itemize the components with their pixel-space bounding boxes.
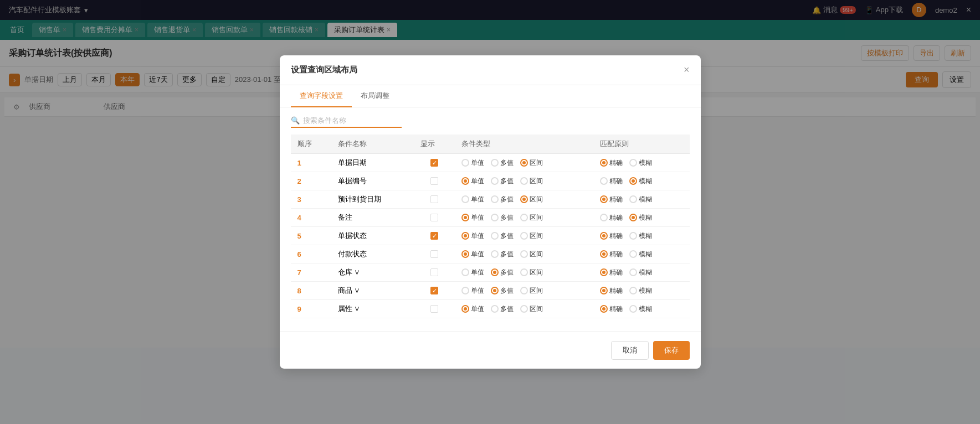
match-radio-精确[interactable]: 精确 — [600, 323, 623, 323]
match-radio-模糊[interactable]: 模糊 — [629, 304, 652, 314]
row-type[interactable]: 单值多值区间 — [455, 209, 594, 227]
row-display[interactable]: ✓ — [414, 154, 454, 172]
display-checkbox[interactable] — [430, 268, 438, 276]
type-radio-区间[interactable]: 区间 — [520, 213, 543, 223]
row-display[interactable]: ✓ — [414, 227, 454, 245]
type-radio-区间[interactable]: 区间 — [520, 177, 543, 186]
type-radio-区间[interactable]: 区间 — [520, 323, 543, 323]
row-type[interactable]: 单值多值区间 — [455, 227, 594, 245]
match-radio-精确[interactable]: 精确 — [600, 250, 623, 259]
type-radio-多值[interactable]: 多值 — [491, 304, 514, 314]
match-radio-精确[interactable]: 精确 — [600, 268, 623, 277]
display-checkbox[interactable] — [430, 250, 438, 258]
type-radio-单值[interactable]: 单值 — [461, 158, 484, 168]
match-radio-精确[interactable]: 精确 — [600, 158, 623, 168]
type-radio-多值[interactable]: 多值 — [491, 250, 514, 259]
table-row: 9属性 ∨单值多值区间精确模糊 — [291, 300, 690, 318]
display-checkbox[interactable] — [430, 214, 438, 221]
type-radio-多值[interactable]: 多值 — [491, 286, 514, 296]
col-type: 条件类型 — [455, 135, 594, 154]
row-match[interactable]: 精确模糊 — [593, 154, 689, 172]
type-radio-多值[interactable]: 多值 — [491, 213, 514, 223]
match-radio-模糊[interactable]: 模糊 — [629, 250, 652, 259]
match-radio-模糊[interactable]: 模糊 — [629, 213, 652, 223]
type-radio-区间[interactable]: 区间 — [520, 250, 543, 259]
row-match[interactable]: 精确模糊 — [593, 318, 689, 323]
row-display[interactable] — [414, 263, 454, 282]
save-button[interactable]: 保存 — [653, 341, 690, 348]
type-radio-单值[interactable]: 单值 — [461, 250, 484, 259]
type-radio-区间[interactable]: 区间 — [520, 195, 543, 204]
type-radio-多值[interactable]: 多值 — [491, 231, 514, 241]
row-match[interactable]: 精确模糊 — [593, 172, 689, 190]
row-type[interactable]: 单值多值区间 — [455, 245, 594, 263]
display-checkbox[interactable]: ✓ — [430, 287, 438, 294]
modal-overlay[interactable]: 设置查询区域布局 × 查询字段设置 布局调整 🔍 顺序 条件名称 — [0, 0, 980, 348]
row-type[interactable]: 单值多值区间 — [455, 172, 594, 190]
type-radio-单值[interactable]: 单值 — [461, 268, 484, 277]
type-radio-单值[interactable]: 单值 — [461, 195, 484, 204]
display-checkbox[interactable] — [430, 177, 438, 185]
modal-tab-layout[interactable]: 布局调整 — [352, 85, 398, 107]
display-checkbox[interactable] — [430, 305, 438, 313]
match-radio-模糊[interactable]: 模糊 — [629, 158, 652, 168]
match-radio-精确[interactable]: 精确 — [600, 231, 623, 241]
row-match[interactable]: 精确模糊 — [593, 263, 689, 282]
row-match[interactable]: 精确模糊 — [593, 245, 689, 263]
row-type[interactable]: 单值多值区间 — [455, 154, 594, 172]
row-display[interactable] — [414, 318, 454, 323]
display-checkbox[interactable]: ✓ — [430, 232, 438, 240]
type-radio-多值[interactable]: 多值 — [491, 195, 514, 204]
row-display[interactable] — [414, 172, 454, 190]
type-radio-单值[interactable]: 单值 — [461, 213, 484, 223]
cancel-button[interactable]: 取消 — [611, 341, 649, 348]
type-radio-区间[interactable]: 区间 — [520, 268, 543, 277]
match-radio-精确[interactable]: 精确 — [600, 304, 623, 314]
type-radio-多值[interactable]: 多值 — [491, 323, 514, 323]
row-match[interactable]: 精确模糊 — [593, 227, 689, 245]
row-type[interactable]: 单值多值区间 — [455, 190, 594, 209]
modal-close-btn[interactable]: × — [684, 64, 690, 76]
type-radio-单值[interactable]: 单值 — [461, 323, 484, 323]
type-radio-区间[interactable]: 区间 — [520, 158, 543, 168]
match-radio-模糊[interactable]: 模糊 — [629, 231, 652, 241]
type-radio-单值[interactable]: 单值 — [461, 177, 484, 186]
row-match[interactable]: 精确模糊 — [593, 190, 689, 209]
type-radio-多值[interactable]: 多值 — [491, 158, 514, 168]
row-display[interactable]: ✓ — [414, 282, 454, 300]
row-match[interactable]: 精确模糊 — [593, 282, 689, 300]
row-match[interactable]: 精确模糊 — [593, 209, 689, 227]
display-checkbox[interactable]: ✓ — [430, 159, 438, 167]
type-radio-多值[interactable]: 多值 — [491, 177, 514, 186]
config-table: 顺序 条件名称 显示 条件类型 匹配原则 1单据日期✓单值多值区间精确模糊2单据… — [291, 135, 690, 323]
row-display[interactable] — [414, 300, 454, 318]
display-checkbox[interactable] — [430, 195, 438, 203]
match-radio-模糊[interactable]: 模糊 — [629, 323, 652, 323]
type-radio-区间[interactable]: 区间 — [520, 231, 543, 241]
match-radio-模糊[interactable]: 模糊 — [629, 286, 652, 296]
row-type[interactable]: 单值多值区间 — [455, 282, 594, 300]
type-radio-多值[interactable]: 多值 — [491, 268, 514, 277]
modal-tab-fields[interactable]: 查询字段设置 — [291, 85, 352, 107]
type-radio-单值[interactable]: 单值 — [461, 304, 484, 314]
type-radio-单值[interactable]: 单值 — [461, 231, 484, 241]
match-radio-精确[interactable]: 精确 — [600, 195, 623, 204]
match-radio-模糊[interactable]: 模糊 — [629, 177, 652, 186]
row-display[interactable] — [414, 190, 454, 209]
type-radio-区间[interactable]: 区间 — [520, 304, 543, 314]
row-match[interactable]: 精确模糊 — [593, 300, 689, 318]
search-input[interactable] — [303, 116, 402, 125]
row-type[interactable]: 单值多值区间 — [455, 318, 594, 323]
type-radio-区间[interactable]: 区间 — [520, 286, 543, 296]
row-type[interactable]: 单值多值区间 — [455, 300, 594, 318]
match-radio-精确[interactable]: 精确 — [600, 286, 623, 296]
match-radio-精确[interactable]: 精确 — [600, 213, 623, 223]
type-radio-单值[interactable]: 单值 — [461, 286, 484, 296]
row-type[interactable]: 单值多值区间 — [455, 263, 594, 282]
match-radio-模糊[interactable]: 模糊 — [629, 268, 652, 277]
row-display[interactable] — [414, 245, 454, 263]
match-radio-模糊[interactable]: 模糊 — [629, 195, 652, 204]
match-radio-精确[interactable]: 精确 — [600, 177, 623, 186]
row-display[interactable] — [414, 209, 454, 227]
config-table-scroll[interactable]: 顺序 条件名称 显示 条件类型 匹配原则 1单据日期✓单值多值区间精确模糊2单据… — [291, 135, 690, 323]
